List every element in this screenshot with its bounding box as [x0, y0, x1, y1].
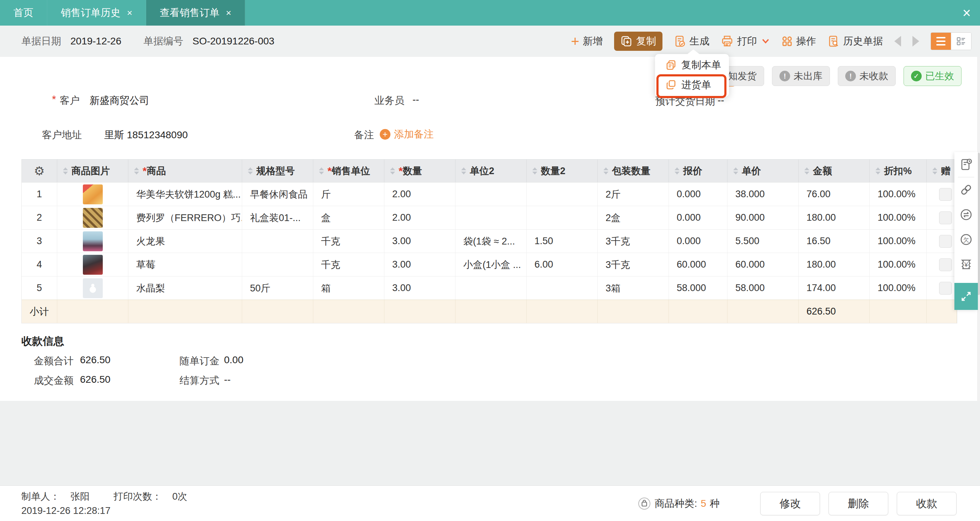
column-header-price[interactable]: 单价 — [727, 160, 799, 182]
gift-checkbox[interactable] — [939, 188, 952, 201]
menu-item-purchase-order[interactable]: 进货单 — [655, 76, 729, 94]
settlement-label: 结算方式 — [180, 374, 220, 388]
operations-button[interactable]: 操作 — [781, 35, 816, 48]
tab-close-icon[interactable]: × — [226, 8, 231, 19]
sort-icon[interactable] — [932, 167, 937, 175]
column-label: 金额 — [813, 165, 832, 177]
window-close-icon[interactable]: × — [963, 0, 971, 25]
print-dropdown-icon[interactable] — [761, 38, 770, 44]
gift-checkbox[interactable] — [939, 282, 952, 295]
sort-icon[interactable] — [319, 167, 324, 175]
menu-item-label: 进货单 — [681, 78, 711, 92]
record-log-icon[interactable] — [955, 152, 978, 177]
expand-panel-button[interactable] — [955, 283, 978, 310]
generate-button[interactable]: 生成 — [674, 35, 710, 48]
cell-quote: 58.000 — [669, 276, 727, 300]
sort-icon[interactable] — [675, 167, 679, 175]
print-button[interactable]: 打印 — [721, 35, 770, 48]
sort-icon[interactable] — [248, 167, 253, 175]
add-button[interactable]: + 新增 — [571, 35, 603, 48]
menu-item-label: 复制本单 — [681, 58, 721, 72]
column-label: 折扣% — [884, 165, 912, 177]
table-row[interactable]: 3火龙果千克3.00袋(1袋 ≈ 2...1.503千克0.0005.50016… — [22, 229, 957, 253]
subtotal-row: 小计626.50 — [22, 300, 957, 323]
column-label: 销售单位 — [332, 165, 370, 177]
cell-unit2: 袋(1袋 ≈ 2... — [455, 230, 527, 253]
column-header-unit[interactable]: *销售单位 — [313, 160, 384, 182]
order-items-table: ⚙商品图片*商品规格型号*销售单位*数量单位2数量2包装数量报价单价金额折扣%赠… — [21, 159, 957, 323]
sort-icon[interactable] — [733, 167, 738, 175]
sort-icon[interactable] — [603, 167, 608, 175]
doc-date-label: 单据日期 — [21, 35, 61, 48]
copy-icon — [620, 35, 633, 47]
column-header-unit2[interactable]: 单位2 — [455, 160, 527, 182]
sort-icon[interactable] — [875, 167, 880, 175]
delete-button[interactable]: 删除 — [829, 492, 888, 515]
next-doc-icon[interactable] — [912, 36, 919, 46]
product-image[interactable] — [83, 208, 103, 228]
tab-view-sales-order[interactable]: 查看销售订单 × — [146, 0, 245, 25]
product-image[interactable] — [83, 231, 103, 251]
edit-button[interactable]: 修改 — [760, 492, 820, 515]
column-header-image[interactable]: 商品图片 — [57, 160, 128, 182]
remark-label: 备注 — [354, 128, 374, 142]
sort-icon[interactable] — [804, 167, 809, 175]
table-row[interactable]: 2费列罗（FERRERO）巧...礼盒装01-...盒2.002盒0.00090… — [22, 206, 957, 229]
cell-unit2: 小盒(1小盒 ... — [455, 253, 527, 276]
tab-home[interactable]: 首页 — [0, 0, 47, 25]
column-header-amount[interactable]: 金额 — [799, 160, 870, 182]
table-row[interactable]: 5水晶梨50斤箱3.003箱58.00058.000174.00100.00% — [22, 276, 957, 300]
table-row[interactable]: 4草莓千克3.00小盒(1小盒 ...6.003千克60.00060.00018… — [22, 253, 957, 276]
history-docs-button[interactable]: 历史单据 — [827, 35, 883, 48]
product-image[interactable] — [83, 184, 103, 204]
product-image[interactable] — [83, 278, 103, 298]
column-header-qty2[interactable]: 数量2 — [527, 160, 598, 182]
cell-quote: 60.000 — [669, 253, 727, 276]
sort-icon[interactable] — [532, 167, 537, 175]
gift-checkbox[interactable] — [939, 211, 952, 224]
add-remark-button[interactable]: + 添加备注 — [380, 127, 434, 141]
product-image[interactable] — [83, 255, 103, 275]
menu-item-copy-this-order[interactable]: 复制本单 — [655, 56, 729, 74]
gift-checkbox[interactable] — [939, 258, 952, 271]
table-row[interactable]: 1华美华夫软饼1200g 糕...早餐休闲食品斤2.002斤0.00038.00… — [22, 182, 957, 206]
sort-icon[interactable] — [63, 167, 68, 175]
cell-amount: 180.00 — [799, 206, 870, 229]
copy-button[interactable]: 复制 — [614, 32, 662, 51]
arrears-icon[interactable]: 欠 — [955, 227, 978, 252]
tab-close-icon[interactable]: × — [127, 8, 132, 19]
money-record-icon[interactable]: ¥ — [955, 252, 978, 277]
column-header-gift[interactable]: 赠 — [927, 160, 957, 182]
gift-checkbox[interactable] — [939, 235, 952, 248]
column-label: 商品图片 — [72, 165, 110, 177]
list-view-toggle[interactable] — [931, 33, 951, 50]
created-timestamp: 2019-12-26 12:28:17 — [21, 504, 209, 518]
sort-icon[interactable] — [134, 167, 139, 175]
column-header-name[interactable]: *商品 — [128, 160, 242, 182]
cell-index: 5 — [22, 276, 57, 300]
cell-unit: 箱 — [313, 276, 384, 300]
sort-icon[interactable] — [461, 167, 466, 175]
column-header-pack[interactable]: 包装数量 — [598, 160, 669, 182]
customer-value[interactable]: 新盛商贸公司 — [90, 94, 150, 107]
column-header-quote[interactable]: 报价 — [669, 160, 727, 182]
print-count-value: 0次 — [172, 491, 188, 502]
receive-payment-button[interactable]: 收款 — [897, 492, 956, 515]
cell-unit2 — [455, 183, 527, 206]
card-view-toggle[interactable] — [951, 33, 971, 50]
related-link-icon[interactable] — [955, 177, 978, 202]
cell-index: 2 — [22, 206, 57, 229]
column-settings-icon[interactable]: ⚙ — [34, 164, 45, 178]
side-tool-panel: 欠 ¥ — [955, 152, 978, 310]
column-header-qty[interactable]: *数量 — [384, 160, 455, 182]
sort-icon[interactable] — [390, 167, 395, 175]
column-header-discount[interactable]: 折扣% — [870, 160, 927, 182]
column-label: 报价 — [683, 165, 702, 177]
column-header-spec[interactable]: 规格型号 — [242, 160, 313, 182]
transfer-icon[interactable] — [955, 202, 978, 227]
warning-icon: ! — [780, 71, 790, 81]
generate-icon — [674, 35, 686, 47]
footer-actions: 商品种类: 5 种 修改 删除 收款 — [638, 486, 956, 521]
tab-sales-order-history[interactable]: 销售订单历史 × — [47, 0, 146, 25]
prev-doc-icon[interactable] — [894, 36, 901, 46]
